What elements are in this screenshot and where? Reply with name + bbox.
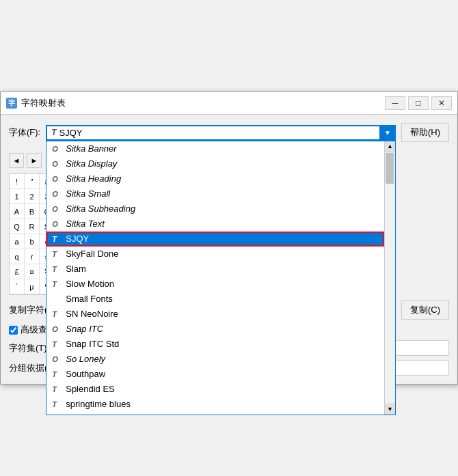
window-title: 字符映射表 (21, 97, 385, 109)
font-name: Southpaw (66, 369, 105, 379)
scrollbar-down-arrow[interactable]: ▼ (385, 404, 395, 415)
character-map-window: 字 字符映射表 ─ □ ✕ 字体(F): T SJQY ▼ OSit (0, 92, 458, 384)
char-cell[interactable]: ´ (10, 279, 25, 294)
dropdown-scroll-area[interactable]: OSitka BannerOSitka DisplayOSitka Headin… (46, 141, 384, 415)
dropdown-scrollbar: ▲ ▼ (384, 141, 395, 415)
char-cell[interactable]: 2 (25, 189, 40, 204)
font-type-icon: O (52, 145, 62, 153)
char-cell[interactable]: b (25, 234, 40, 249)
font-name: Slam (66, 264, 86, 274)
dropdown-item[interactable]: TSlam (46, 262, 384, 277)
font-name: Sitka Display (66, 158, 117, 169)
window-controls: ─ □ ✕ (385, 96, 452, 110)
font-type-icon: O (52, 190, 62, 198)
dropdown-item[interactable]: OSnap ITC (46, 322, 384, 337)
font-value: SJQY (59, 128, 83, 138)
font-type-icon: O (52, 355, 62, 363)
char-cell[interactable]: £ (10, 264, 25, 279)
font-name: SN NeoNoire (66, 309, 118, 319)
font-name: springtime blues (66, 399, 131, 409)
char-cell[interactable]: q (10, 249, 25, 264)
font-name: Snap ITC (66, 324, 103, 334)
font-type-icon: T (52, 385, 62, 393)
dropdown-item[interactable]: Tspringtime blues (46, 397, 384, 412)
font-icon: T (51, 128, 56, 137)
charset-label: 字符集(T): (9, 342, 49, 354)
font-name: Slow Motion (66, 279, 114, 289)
font-type-icon: O (52, 220, 62, 228)
font-type-icon: T (52, 235, 62, 243)
dropdown-arrow-button[interactable]: ▼ (379, 125, 396, 141)
dropdown-item[interactable]: TSouthpaw (46, 367, 384, 382)
font-name: Sitka Heading (66, 173, 121, 184)
char-cell[interactable]: " (25, 174, 40, 189)
app-icon: 字 (6, 98, 17, 109)
help-button[interactable]: 帮助(H) (401, 123, 449, 142)
font-type-icon: O (52, 325, 62, 333)
font-type-icon: T (52, 370, 62, 378)
nav-prev-button[interactable]: ◄ (9, 153, 24, 168)
char-cell[interactable]: r (25, 249, 40, 264)
dropdown-item[interactable]: Small Fonts (46, 292, 384, 307)
unicode-input[interactable] (394, 360, 449, 376)
font-name: Sitka Banner (66, 143, 116, 154)
scrollbar-up-arrow[interactable]: ▲ (385, 141, 395, 152)
advanced-checkbox[interactable] (9, 326, 18, 335)
font-dropdown-list: OSitka BannerOSitka DisplayOSitka Headin… (46, 141, 396, 415)
dropdown-item[interactable]: TSkyFall Done (46, 247, 384, 262)
font-type-icon: T (52, 265, 62, 273)
font-type-icon: O (52, 160, 62, 168)
font-row: 字体(F): T SJQY ▼ OSitka BannerOSitka Disp… (9, 123, 449, 142)
dropdown-item[interactable]: TSlow Motion (46, 277, 384, 292)
font-name: Sitka Text (66, 219, 105, 229)
dropdown-item[interactable]: OSo Lonely (46, 352, 384, 367)
dropdown-item[interactable]: TSJQY (46, 232, 384, 247)
font-name: Sitka Small (66, 188, 110, 199)
nav-next-button[interactable]: ► (27, 153, 42, 168)
char-cell[interactable]: A (10, 204, 25, 219)
char-cell[interactable]: 1 (10, 189, 25, 204)
font-name: Small Fonts (66, 294, 113, 304)
char-cell[interactable]: ¤ (25, 264, 40, 279)
font-type-icon: T (52, 400, 62, 408)
title-bar: 字 字符映射表 ─ □ ✕ (1, 92, 457, 115)
char-cell[interactable]: R (25, 219, 40, 234)
dropdown-item[interactable]: OSitka Banner (46, 141, 384, 156)
font-type-icon: T (52, 310, 62, 318)
font-dropdown-container: T SJQY ▼ OSitka BannerOSitka DisplayOSit… (46, 125, 396, 141)
dropdown-item[interactable]: OSitka Text (46, 216, 384, 232)
char-cell[interactable]: B (25, 204, 40, 219)
font-name: Snap ITC Std (66, 339, 119, 349)
font-name: So Lonely (66, 354, 105, 364)
char-cell[interactable]: µ (25, 279, 40, 294)
font-name: Splendid ES (66, 384, 115, 394)
font-type-icon: O (52, 175, 62, 183)
copy-button[interactable]: 复制(C) (401, 300, 449, 320)
font-name: SJQY (66, 234, 89, 244)
dropdown-item[interactable]: TStaccato222 BT (46, 412, 384, 415)
close-button[interactable]: ✕ (431, 96, 452, 110)
font-name: SkyFall Done (66, 249, 118, 259)
minimize-button[interactable]: ─ (385, 96, 405, 110)
dropdown-item[interactable]: TSN NeoNoire (46, 307, 384, 322)
font-type-icon: T (52, 340, 62, 348)
font-name: Staccato222 BT (66, 414, 129, 415)
dropdown-item[interactable]: TSplendid ES (46, 382, 384, 397)
maximize-button[interactable]: □ (408, 96, 429, 110)
char-cell[interactable]: ! (10, 174, 25, 189)
dropdown-item[interactable]: OSitka Subheading (46, 201, 384, 216)
dropdown-item[interactable]: TSnap ITC Std (46, 337, 384, 352)
scrollbar-thumb[interactable] (386, 153, 394, 184)
dropdown-item[interactable]: OSitka Heading (46, 171, 384, 186)
font-type-icon: T (52, 280, 62, 288)
char-cell[interactable]: Q (10, 219, 25, 234)
dropdown-item[interactable]: OSitka Display (46, 156, 384, 171)
dropdown-item[interactable]: OSitka Small (46, 186, 384, 201)
font-selector[interactable]: T SJQY (46, 125, 396, 141)
char-cell[interactable]: a (10, 234, 25, 249)
font-name: Sitka Subheading (66, 204, 135, 214)
font-label: 字体(F): (9, 126, 40, 139)
font-type-icon: T (52, 250, 62, 258)
main-content: 字体(F): T SJQY ▼ OSitka BannerOSitka Disp… (1, 115, 457, 384)
font-type-icon: O (52, 205, 62, 213)
